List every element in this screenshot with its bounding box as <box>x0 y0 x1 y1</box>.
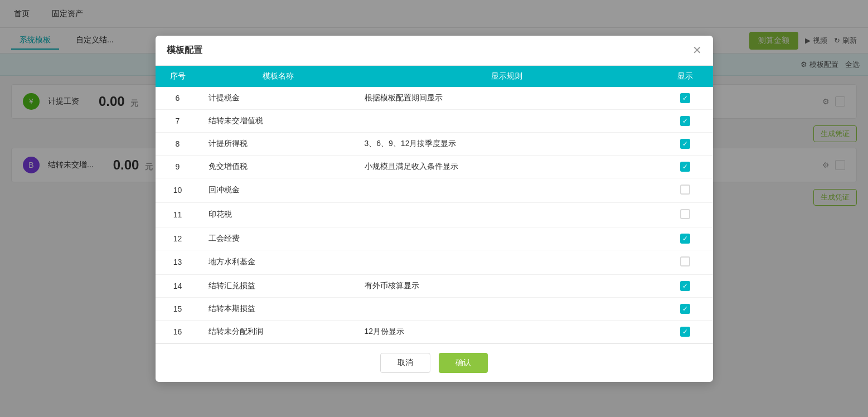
cell-checkbox <box>657 178 713 202</box>
cell-name: 结转未分配利润 <box>200 320 356 343</box>
confirm-button[interactable]: 确认 <box>439 353 488 373</box>
checkbox-14[interactable] <box>680 281 690 291</box>
modal-body: 序号 模板名称 显示规则 显示 6计提税金根据模板配置期间显示7结转未交增值税8… <box>156 66 713 343</box>
table-row: 8计提所得税3、6、9、12月按季度显示 <box>156 132 713 155</box>
table-row: 10回冲税金 <box>156 178 713 202</box>
modal-footer: 取消 确认 <box>156 343 713 382</box>
cell-seq: 11 <box>156 202 200 227</box>
cell-name: 工会经费 <box>200 227 356 250</box>
checkbox-13[interactable] <box>680 256 690 266</box>
cell-name: 回冲税金 <box>200 178 356 202</box>
table-header: 序号 模板名称 显示规则 显示 <box>156 66 713 87</box>
cell-checkbox <box>657 320 713 343</box>
checkbox-16[interactable] <box>680 327 690 337</box>
cell-name: 结转未交增值税 <box>200 109 356 132</box>
checkbox-12[interactable] <box>680 234 690 244</box>
cell-seq: 12 <box>156 227 200 250</box>
cell-rule: 12月份显示 <box>356 320 657 343</box>
modal-overlay: 模板配置 ✕ 序号 模板名称 显示规则 显示 6计提税金根据模板配置期间显示7结… <box>0 0 868 417</box>
col-header-show: 显示 <box>657 66 713 87</box>
cell-checkbox <box>657 297 713 320</box>
cell-seq: 16 <box>156 320 200 343</box>
cell-name: 免交增值税 <box>200 155 356 178</box>
cell-checkbox <box>657 227 713 250</box>
cell-seq: 15 <box>156 297 200 320</box>
table-row: 14结转汇兑损益有外币核算显示 <box>156 274 713 297</box>
modal-close-button[interactable]: ✕ <box>692 45 702 56</box>
cell-rule: 3、6、9、12月按季度显示 <box>356 132 657 155</box>
cell-seq: 13 <box>156 250 200 274</box>
cell-rule <box>356 227 657 250</box>
cell-rule <box>356 297 657 320</box>
cell-seq: 14 <box>156 274 200 297</box>
table-row: 12工会经费 <box>156 227 713 250</box>
checkbox-7[interactable] <box>680 116 690 126</box>
checkbox-10[interactable] <box>680 185 690 195</box>
template-config-modal: 模板配置 ✕ 序号 模板名称 显示规则 显示 6计提税金根据模板配置期间显示7结… <box>156 36 713 382</box>
table-row: 6计提税金根据模板配置期间显示 <box>156 87 713 110</box>
col-header-rule: 显示规则 <box>356 66 657 87</box>
table-body: 6计提税金根据模板配置期间显示7结转未交增值税8计提所得税3、6、9、12月按季… <box>156 87 713 343</box>
cell-checkbox <box>657 274 713 297</box>
cell-rule <box>356 250 657 274</box>
col-header-name: 模板名称 <box>200 66 356 87</box>
cell-name: 印花税 <box>200 202 356 227</box>
cell-checkbox <box>657 250 713 274</box>
cell-name: 计提税金 <box>200 87 356 110</box>
cancel-button[interactable]: 取消 <box>380 353 430 373</box>
modal-header: 模板配置 ✕ <box>156 36 713 66</box>
table-row: 9免交增值税小规模且满足收入条件显示 <box>156 155 713 178</box>
cell-name: 结转本期损益 <box>200 297 356 320</box>
table-row: 11印花税 <box>156 202 713 227</box>
table-row: 15结转本期损益 <box>156 297 713 320</box>
cell-seq: 9 <box>156 155 200 178</box>
modal-title: 模板配置 <box>167 45 202 56</box>
cell-name: 计提所得税 <box>200 132 356 155</box>
cell-seq: 7 <box>156 109 200 132</box>
cell-checkbox <box>657 132 713 155</box>
cell-rule: 有外币核算显示 <box>356 274 657 297</box>
cell-rule <box>356 109 657 132</box>
cell-rule <box>356 202 657 227</box>
cell-rule <box>356 178 657 202</box>
cell-name: 结转汇兑损益 <box>200 274 356 297</box>
col-header-seq: 序号 <box>156 66 200 87</box>
checkbox-9[interactable] <box>680 162 690 172</box>
cell-seq: 10 <box>156 178 200 202</box>
cell-rule: 根据模板配置期间显示 <box>356 87 657 110</box>
checkbox-6[interactable] <box>680 93 690 103</box>
cell-checkbox <box>657 202 713 227</box>
checkbox-8[interactable] <box>680 139 690 149</box>
cell-name: 地方水利基金 <box>200 250 356 274</box>
cell-checkbox <box>657 109 713 132</box>
cell-rule: 小规模且满足收入条件显示 <box>356 155 657 178</box>
checkbox-15[interactable] <box>680 304 690 314</box>
table-row: 16结转未分配利润12月份显示 <box>156 320 713 343</box>
checkbox-11[interactable] <box>680 209 690 219</box>
cell-checkbox <box>657 87 713 110</box>
table-row: 13地方水利基金 <box>156 250 713 274</box>
config-table: 序号 模板名称 显示规则 显示 6计提税金根据模板配置期间显示7结转未交增值税8… <box>156 66 713 343</box>
table-row: 7结转未交增值税 <box>156 109 713 132</box>
cell-seq: 6 <box>156 87 200 110</box>
cell-seq: 8 <box>156 132 200 155</box>
cell-checkbox <box>657 155 713 178</box>
